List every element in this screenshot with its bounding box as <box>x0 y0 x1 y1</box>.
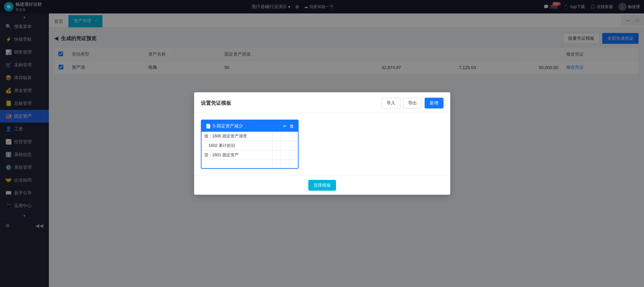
template-row <box>202 160 298 168</box>
new-template-button[interactable]: 新增 <box>425 98 443 108</box>
template-doc-icon: 📄 <box>206 124 211 129</box>
template-cell-2-4 <box>289 141 298 151</box>
template-cell-4-4 <box>289 160 298 168</box>
template-card-header-left: 📄 5-固定资产减少 <box>206 123 243 129</box>
template-entry-3: 贷：1601 固定资产 <box>202 151 273 160</box>
template-cell-4-2 <box>273 160 281 168</box>
template-cell-3-3 <box>281 151 289 160</box>
dialog-overlay: × 设置凭证模板 导入 导出 新增 <box>49 28 644 287</box>
dialog-title: 设置凭证模板 <box>201 100 231 106</box>
dialog-close-button[interactable]: × <box>441 96 444 102</box>
template-entry-1: 借：1606 固定资产清理 <box>202 132 273 141</box>
template-cell-2-2 <box>273 141 281 151</box>
template-row: 借：1606 固定资产清理 <box>202 132 298 141</box>
template-entry-4 <box>202 160 273 168</box>
template-cell-1-2 <box>273 132 281 141</box>
import-button[interactable]: 导入 <box>381 98 400 108</box>
template-cell-3-4 <box>289 151 298 160</box>
template-cell-4-3 <box>281 160 289 168</box>
template-cell-1-4 <box>289 132 298 141</box>
template-card: 📄 5-固定资产减少 ✏ 🗑 <box>201 120 299 169</box>
export-button[interactable]: 导出 <box>403 98 422 108</box>
template-row: 贷：1601 固定资产 <box>202 151 298 160</box>
template-delete-icon[interactable]: 🗑 <box>289 124 294 129</box>
template-entries-table: 借：1606 固定资产清理 1602 累计折旧 <box>202 132 298 168</box>
select-template-button[interactable]: 选择模板 <box>308 180 336 191</box>
template-entry-2: 1602 累计折旧 <box>202 141 273 151</box>
template-cell-1-3 <box>281 132 289 141</box>
dialog-set-template: × 设置凭证模板 导入 导出 新增 <box>194 92 450 195</box>
content-area: 首页 资产管理 × — □ ◀ 生成的凭证预览 <box>49 13 644 287</box>
dialog-header-actions: 导入 导出 新增 <box>381 98 443 108</box>
template-card-header: 📄 5-固定资产减少 ✏ 🗑 <box>202 120 298 132</box>
main-container: ▲ 🔍 搜索菜单 ⚡ 快捷导航 📊 销售管理 🛒 采购管理 📦 库存核算 <box>0 13 644 287</box>
template-row: 1602 累计折旧 <box>202 141 298 151</box>
dialog-footer: 选择模板 <box>194 176 450 195</box>
template-edit-icon[interactable]: ✏ <box>283 124 287 129</box>
page-content: ◀ 生成的凭证预览 批量凭证模板 全部生成凭证 <box>49 28 644 287</box>
dialog-body: 📄 5-固定资产减少 ✏ 🗑 <box>194 113 450 176</box>
template-name: 5-固定资产减少 <box>213 123 243 129</box>
template-cell-3-2 <box>273 151 281 160</box>
dialog-header: 设置凭证模板 导入 导出 新增 <box>194 92 450 113</box>
template-cell-2-3 <box>281 141 289 151</box>
template-card-actions: ✏ 🗑 <box>283 124 294 129</box>
